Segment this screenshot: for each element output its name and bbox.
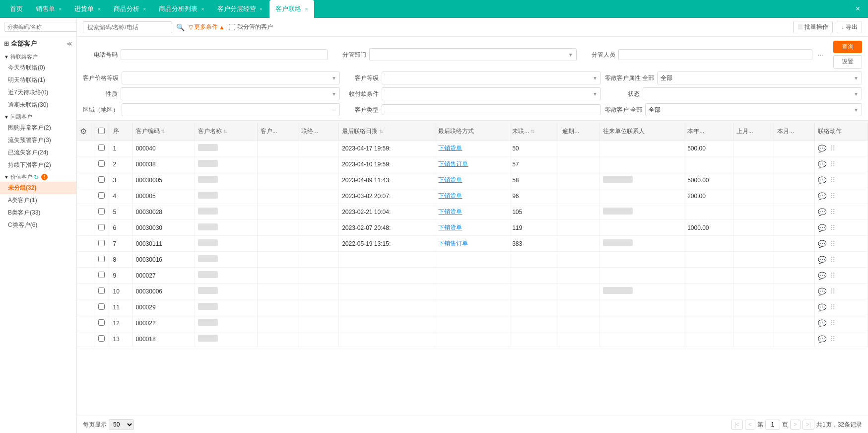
sidebar-item-7days[interactable]: 近7天待联络(0): [0, 86, 76, 99]
col-name[interactable]: 客户名称: [195, 123, 258, 141]
row-select-checkbox[interactable]: [98, 224, 105, 230]
sidebar-item-ungrouped[interactable]: 未分组(32): [0, 182, 76, 194]
sidebar-item-class-b[interactable]: B类客户(33): [0, 207, 76, 219]
select-all-checkbox[interactable]: [98, 128, 105, 134]
contact-action-icon[interactable]: 💬: [818, 335, 826, 343]
nav-tab-sales[interactable]: 销售单 ×: [30, 0, 67, 18]
row-select-checkbox[interactable]: [98, 272, 105, 278]
sidebar-search-input[interactable]: [4, 22, 77, 32]
product-analysis-tab-close[interactable]: ×: [143, 6, 146, 12]
reset-button[interactable]: 设置: [833, 55, 862, 69]
row-select-checkbox[interactable]: [98, 256, 105, 262]
customer-tier-tab-close[interactable]: ×: [260, 6, 263, 12]
row-select-checkbox[interactable]: [98, 144, 105, 151]
filter-search-input[interactable]: [83, 21, 172, 33]
retail-select[interactable]: 全部 ▼: [645, 103, 862, 116]
nav-tab-product-analysis[interactable]: 商品分析 ×: [108, 0, 152, 18]
more-action-icon[interactable]: ⠿: [830, 288, 835, 295]
contact-action-icon[interactable]: 💬: [818, 160, 826, 168]
sidebar-item-churn-warning[interactable]: 流失预警客户(3): [0, 134, 76, 146]
sidebar-item-overdue[interactable]: 逾期未联络(30): [0, 99, 76, 111]
filter-more-conditions[interactable]: ▽ 更多条件 ▲: [189, 23, 225, 31]
contact-action-icon[interactable]: 💬: [818, 176, 826, 184]
nav-tab-product-list[interactable]: 商品分析列表 ×: [153, 0, 210, 18]
table-settings-icon[interactable]: ⚙: [80, 127, 87, 136]
per-page-select[interactable]: 50 20 100: [109, 419, 134, 430]
more-action-icon[interactable]: ⠿: [830, 272, 835, 280]
sidebar-all-customers[interactable]: ⊞ 全部客户 ≪: [0, 36, 76, 51]
more-action-icon[interactable]: ⠿: [830, 303, 835, 311]
window-close-button[interactable]: ×: [852, 4, 864, 13]
sidebar-item-tomorrow[interactable]: 明天待联络(1): [0, 74, 76, 86]
contact-action-icon[interactable]: 💬: [818, 144, 826, 152]
my-customers-check[interactable]: [229, 24, 235, 30]
row-select-checkbox[interactable]: [98, 288, 105, 294]
refresh-icon[interactable]: ↻: [34, 174, 39, 181]
row-checkbox[interactable]: [95, 284, 110, 299]
sales-tab-close[interactable]: ×: [59, 6, 62, 12]
nav-tab-home[interactable]: 首页: [4, 0, 29, 18]
retail-attr-select[interactable]: 全部 ▼: [657, 72, 862, 84]
row-checkbox[interactable]: [95, 156, 110, 172]
row-checkbox[interactable]: [95, 188, 110, 204]
sidebar-item-class-a[interactable]: A类客户(1): [0, 194, 76, 207]
contact-action-icon[interactable]: 💬: [818, 256, 826, 264]
purchase-tab-close[interactable]: ×: [97, 6, 100, 12]
row-checkbox[interactable]: [95, 172, 110, 188]
more-action-icon[interactable]: ⠿: [830, 160, 835, 168]
contact-action-icon[interactable]: 💬: [818, 288, 826, 295]
contact-action-icon[interactable]: 💬: [818, 240, 826, 248]
sidebar-item-hoarding[interactable]: 囤购异常客户(2): [0, 122, 76, 134]
row-checkbox[interactable]: [95, 204, 110, 220]
row-checkbox[interactable]: [95, 141, 110, 156]
phone-input[interactable]: [121, 49, 328, 60]
more-action-icon[interactable]: ⠿: [830, 224, 835, 232]
row-checkbox[interactable]: [95, 268, 110, 284]
page-number-input[interactable]: [765, 420, 780, 430]
my-customers-checkbox[interactable]: 我分管的客户: [229, 23, 273, 31]
contact-action-icon[interactable]: 💬: [818, 192, 826, 200]
person-more-btn[interactable]: ···: [815, 51, 825, 59]
more-action-icon[interactable]: ⠿: [830, 208, 835, 216]
more-action-icon[interactable]: ⠿: [830, 256, 835, 264]
sidebar-item-class-c[interactable]: C类客户(6): [0, 219, 76, 231]
export-button[interactable]: ↓ 导出: [837, 21, 862, 33]
row-select-checkbox[interactable]: [98, 176, 105, 183]
sidebar-item-today[interactable]: 今天待联络(0): [0, 62, 76, 74]
payment-select[interactable]: ▼: [382, 87, 601, 100]
row-checkbox[interactable]: [95, 252, 110, 268]
row-select-checkbox[interactable]: [98, 303, 105, 310]
customer-contact-tab-close[interactable]: ×: [305, 6, 308, 12]
more-action-icon[interactable]: ⠿: [830, 192, 835, 200]
sidebar-item-churned[interactable]: 已流失客户(24): [0, 146, 76, 159]
contact-action-icon[interactable]: 💬: [818, 303, 826, 311]
col-last-contact-date[interactable]: 最后联络日期: [339, 123, 435, 141]
person-input[interactable]: [618, 49, 813, 60]
more-action-icon[interactable]: ⠿: [830, 319, 835, 327]
col-code[interactable]: 客户编码: [133, 123, 195, 141]
row-select-checkbox[interactable]: [98, 192, 105, 199]
status-select[interactable]: ▼: [643, 87, 862, 100]
batch-ops-button[interactable]: ☰ 批量操作: [793, 21, 833, 33]
row-select-checkbox[interactable]: [98, 319, 105, 326]
contact-action-icon[interactable]: 💬: [818, 319, 826, 327]
contact-action-icon[interactable]: 💬: [818, 208, 826, 216]
filter-search-button[interactable]: 🔍: [176, 23, 185, 31]
first-page-button[interactable]: |<: [731, 420, 743, 430]
region-select[interactable]: ···: [122, 103, 340, 116]
customer-level-select[interactable]: ▼: [382, 72, 601, 84]
nav-tab-purchase[interactable]: 进货单 ×: [68, 0, 106, 18]
contact-action-icon[interactable]: 💬: [818, 224, 826, 232]
row-select-checkbox[interactable]: [98, 335, 105, 342]
row-checkbox[interactable]: [95, 331, 110, 347]
col-not-contact[interactable]: 未联...: [509, 123, 559, 141]
nav-tab-customer-contact[interactable]: 客户联络 ×: [269, 0, 314, 18]
next-page-button[interactable]: >: [790, 420, 801, 430]
row-checkbox[interactable]: [95, 236, 110, 252]
row-select-checkbox[interactable]: [98, 240, 105, 246]
more-action-icon[interactable]: ⠿: [830, 335, 835, 343]
row-checkbox[interactable]: [95, 220, 110, 236]
price-level-select[interactable]: ▼: [122, 72, 340, 84]
row-select-checkbox[interactable]: [98, 208, 105, 215]
nav-tab-customer-tier[interactable]: 客户分层经营 ×: [211, 0, 268, 18]
